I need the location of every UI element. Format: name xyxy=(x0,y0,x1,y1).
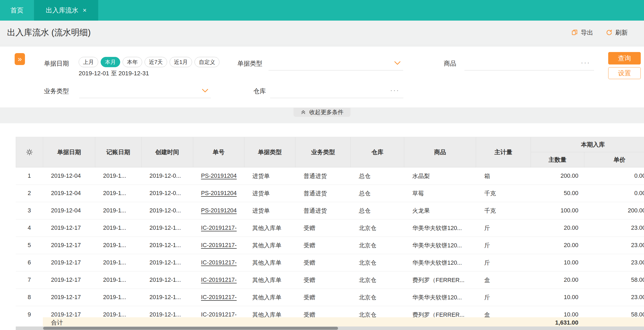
row-index: 7 xyxy=(16,271,43,289)
cell-unit: 箱 xyxy=(476,167,531,185)
doc-type-select[interactable] xyxy=(269,57,403,70)
col-unit[interactable]: 主计量 xyxy=(476,137,531,167)
row-index: 6 xyxy=(16,254,43,271)
cell-price: 0.000 xyxy=(584,185,644,202)
col-biz-type[interactable]: 业务类型 xyxy=(295,137,351,167)
cell-book-date: 2019-1... xyxy=(95,237,141,254)
cell-biz-type: 普通进货 xyxy=(295,185,351,202)
tab-close-icon[interactable]: × xyxy=(83,7,87,14)
cell-created: 2019-12-0... xyxy=(141,167,193,185)
col-doc-type[interactable]: 单据类型 xyxy=(244,137,296,167)
col-warehouse[interactable]: 仓库 xyxy=(351,137,404,167)
cell-warehouse: 总仓 xyxy=(351,167,404,185)
settings-button[interactable]: 设置 xyxy=(608,67,641,79)
col-product[interactable]: 商品 xyxy=(404,137,476,167)
biz-type-select[interactable] xyxy=(79,85,211,98)
product-input[interactable]: ··· xyxy=(464,57,594,70)
table-row[interactable]: 3 2019-12-04 2019-1... 2019-12-0... PS-2… xyxy=(16,202,644,219)
table-row[interactable]: 6 2019-12-17 2019-1... 2019-12-1... IC-2… xyxy=(16,254,644,271)
col-doc-date[interactable]: 单据日期 xyxy=(43,137,95,167)
pill-last-1-month[interactable]: 近1月 xyxy=(170,57,192,67)
table-row[interactable]: 1 2019-12-04 2019-1... 2019-12-0... PS-2… xyxy=(16,167,644,185)
refresh-button[interactable]: 刷新 xyxy=(606,28,628,37)
doc-no-link[interactable]: PS-20191204 xyxy=(201,190,237,197)
chevron-down-icon xyxy=(394,61,401,67)
doc-no-link[interactable]: IC-20191217- xyxy=(201,242,237,249)
cell-qty: 10.00 xyxy=(531,254,584,271)
cell-book-date: 2019-1... xyxy=(95,219,141,237)
col-price[interactable]: 单价 xyxy=(584,152,644,167)
cell-unit: 斤 xyxy=(476,219,531,237)
cell-doc-type: 进货单 xyxy=(244,202,295,219)
cell-price: 58.000 xyxy=(584,271,644,289)
cell-warehouse: 北京仓 xyxy=(351,219,404,237)
tab-home-label: 首页 xyxy=(11,6,24,15)
col-qty[interactable]: 主数量 xyxy=(531,152,584,167)
cell-created: 2019-12-1... xyxy=(141,254,193,271)
export-button[interactable]: 导出 xyxy=(571,28,593,37)
column-settings-icon[interactable] xyxy=(26,148,33,156)
row-index: 1 xyxy=(16,167,43,185)
cell-doc-date: 2019-12-04 xyxy=(43,185,95,202)
cell-book-date: 2019-1... xyxy=(95,271,141,289)
cell-created: 2019-12-1... xyxy=(141,271,193,289)
cell-biz-type: 受赠 xyxy=(295,219,351,237)
doc-no-link[interactable]: PS-20191204 xyxy=(201,173,237,179)
table-row[interactable]: 2 2019-12-04 2019-1... 2019-12-0... PS-2… xyxy=(16,185,644,202)
tab-inout-flow[interactable]: 出入库流水 × xyxy=(34,0,98,21)
col-book-date[interactable]: 记账日期 xyxy=(95,137,142,167)
pill-custom[interactable]: 自定义 xyxy=(195,57,219,67)
pill-last-month[interactable]: 上月 xyxy=(79,57,98,67)
cell-product: 草莓 xyxy=(404,185,476,202)
cell-biz-type: 受赠 xyxy=(295,254,351,271)
cell-doc-date: 2019-12-04 xyxy=(43,167,95,185)
row-index: 8 xyxy=(16,289,43,306)
collapse-filters-button[interactable]: 收起更多条件 xyxy=(294,108,350,117)
cell-price: 23.000 xyxy=(584,254,644,271)
top-tab-bar: 首页 出入库流水 × xyxy=(0,0,644,21)
cell-qty: 20.00 xyxy=(531,271,584,289)
more-icon[interactable]: ··· xyxy=(390,86,400,95)
cell-warehouse: 总仓 xyxy=(351,185,404,202)
cell-created: 2019-12-0... xyxy=(141,202,193,219)
scrollbar-thumb[interactable] xyxy=(43,327,338,330)
col-doc-no[interactable]: 单号 xyxy=(193,137,244,167)
table-row[interactable]: 8 2019-12-17 2019-1... 2019-12-1... IC-2… xyxy=(16,289,644,306)
table-row[interactable]: 4 2019-12-17 2019-1... 2019-12-1... IC-2… xyxy=(16,219,644,237)
cell-price: 0.000 xyxy=(584,167,644,185)
cell-warehouse: 北京仓 xyxy=(351,271,404,289)
filter-panel: » 单据日期 上月 本月 本年 近7天 近1月 自定义 2019-12-01 至… xyxy=(0,47,644,108)
cell-biz-type: 受赠 xyxy=(295,289,351,306)
doc-no-link[interactable]: IC-20191217- xyxy=(201,225,237,231)
warehouse-input[interactable]: ··· xyxy=(270,85,403,98)
col-group-inbound-label: 本期入库 xyxy=(531,137,644,152)
doc-no-link[interactable]: IC-20191217- xyxy=(201,294,237,301)
cell-qty: 100.00 xyxy=(531,202,584,219)
table-row[interactable]: 7 2019-12-17 2019-1... 2019-12-1... IC-2… xyxy=(16,271,644,289)
horizontal-scrollbar[interactable] xyxy=(16,326,644,330)
more-icon[interactable]: ··· xyxy=(581,59,590,67)
query-button[interactable]: 查询 xyxy=(608,52,641,64)
cell-book-date: 2019-1... xyxy=(95,167,141,185)
cell-doc-date: 2019-12-17 xyxy=(43,289,95,306)
pill-this-month[interactable]: 本月 xyxy=(101,57,120,67)
cell-doc-type: 其他入库单 xyxy=(244,271,295,289)
cell-doc-date: 2019-12-17 xyxy=(43,271,95,289)
doc-no-link[interactable]: IC-20191217- xyxy=(201,259,237,266)
table-row[interactable]: 5 2019-12-17 2019-1... 2019-12-1... IC-2… xyxy=(16,237,644,254)
row-index: 4 xyxy=(16,219,43,237)
tab-home[interactable]: 首页 xyxy=(0,0,34,21)
export-label: 导出 xyxy=(581,28,593,37)
cell-book-date: 2019-1... xyxy=(95,202,141,219)
doc-no-link[interactable]: PS-20191204 xyxy=(201,207,237,214)
pill-this-year[interactable]: 本年 xyxy=(123,57,142,67)
expand-panel-button[interactable]: » xyxy=(15,53,25,65)
date-range-text[interactable]: 2019-12-01 至 2019-12-31 xyxy=(79,69,149,77)
pill-last-7-days[interactable]: 近7天 xyxy=(145,57,167,67)
col-created[interactable]: 创建时间 xyxy=(142,137,193,167)
cell-product: 火龙果 xyxy=(404,202,476,219)
cell-price: 23.000 xyxy=(584,219,644,237)
cell-book-date: 2019-1... xyxy=(95,254,141,271)
cell-doc-type: 其他入库单 xyxy=(244,237,295,254)
doc-no-link[interactable]: IC-20191217- xyxy=(201,277,237,283)
